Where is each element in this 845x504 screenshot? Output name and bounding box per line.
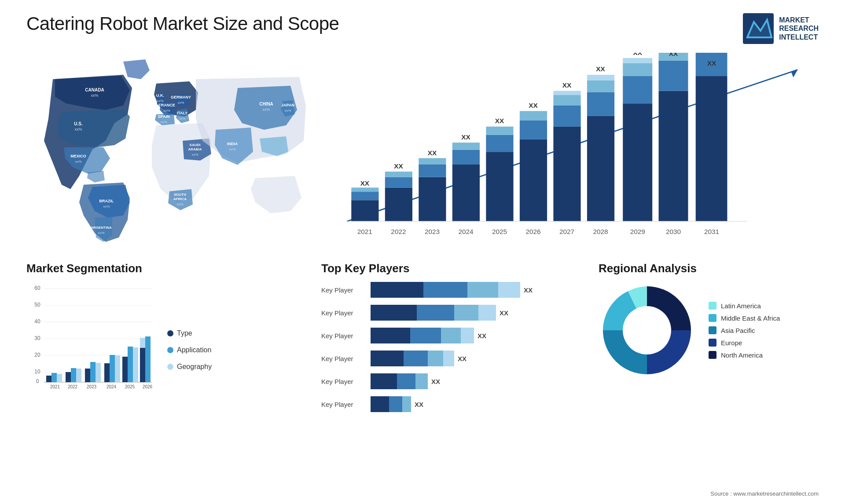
svg-text:10: 10 — [34, 369, 40, 375]
player-xx: XX — [415, 401, 423, 408]
svg-rect-50 — [419, 158, 446, 164]
legend-item-na: North America — [709, 351, 780, 359]
svg-rect-81 — [623, 76, 652, 103]
player-bar-dark — [371, 305, 417, 321]
svg-rect-69 — [553, 106, 580, 127]
player-xx: XX — [500, 309, 508, 317]
svg-rect-126 — [110, 355, 115, 382]
svg-text:JAPAN: JAPAN — [281, 103, 294, 107]
player-bar-light — [428, 351, 443, 366]
svg-text:2028: 2028 — [593, 228, 608, 235]
logo-line3: INTELLECT — [779, 33, 819, 41]
svg-text:2023: 2023 — [425, 228, 440, 235]
legend-item-latin: Latin America — [709, 302, 780, 310]
player-bar-mid — [404, 351, 428, 366]
svg-text:xx%: xx% — [157, 99, 163, 103]
svg-rect-53 — [452, 164, 480, 221]
legend-geography: Geography — [167, 363, 212, 371]
player-bar-dark — [371, 351, 404, 366]
svg-rect-135 — [140, 338, 145, 348]
svg-rect-40 — [351, 188, 378, 192]
svg-text:SOUTH: SOUTH — [174, 193, 186, 197]
player-label: Key Player — [321, 378, 365, 385]
svg-rect-130 — [128, 347, 133, 382]
svg-text:XX: XX — [461, 133, 470, 141]
player-label: Key Player — [321, 286, 365, 294]
svg-text:2026: 2026 — [525, 228, 540, 235]
svg-rect-133 — [140, 348, 145, 382]
svg-rect-122 — [90, 362, 96, 382]
logo-text: MARKET RESEARCH INTELLECT — [779, 16, 819, 41]
svg-text:50: 50 — [34, 302, 40, 308]
segmentation-svg: 60 50 40 30 20 10 0 — [26, 282, 158, 392]
svg-rect-68 — [553, 127, 580, 221]
svg-rect-48 — [419, 177, 446, 221]
player-row: Key Player XX — [321, 282, 577, 298]
svg-text:GERMANY: GERMANY — [171, 95, 191, 99]
legend-dot-application — [167, 347, 173, 353]
svg-rect-76 — [587, 80, 614, 92]
legend-item-europe: Europe — [709, 339, 780, 347]
svg-text:U.S.: U.S. — [74, 121, 83, 126]
legend-dot-geography — [167, 364, 173, 370]
legend-color-na — [709, 351, 716, 359]
svg-text:2027: 2027 — [559, 228, 574, 235]
legend-label-application: Application — [177, 346, 211, 354]
svg-text:2023: 2023 — [87, 384, 97, 389]
player-bar-lighter — [478, 305, 496, 321]
svg-rect-44 — [385, 177, 412, 188]
svg-text:ITALY: ITALY — [177, 111, 188, 115]
svg-rect-74 — [587, 116, 614, 221]
player-bar-lighter — [443, 351, 454, 366]
svg-text:CHINA: CHINA — [259, 102, 273, 106]
world-map-svg: CANADA xx% U.S. xx% MEXICO xx% BRAZIL xx… — [26, 53, 308, 255]
player-label: Key Player — [321, 355, 365, 362]
svg-text:2029: 2029 — [630, 228, 645, 235]
svg-rect-129 — [122, 357, 128, 382]
legend-label-latin: Latin America — [721, 302, 761, 310]
legend-label-type: Type — [177, 329, 192, 337]
svg-rect-75 — [587, 92, 614, 116]
svg-text:SPAIN: SPAIN — [158, 114, 170, 119]
legend-type: Type — [167, 329, 212, 337]
player-bar-container: XX — [371, 351, 577, 366]
player-bar-light — [454, 305, 478, 321]
header: Catering Robot Market Size and Scope MAR… — [26, 13, 819, 44]
svg-text:U.K.: U.K. — [156, 93, 164, 98]
player-bar-mid — [397, 373, 415, 389]
svg-marker-37 — [791, 70, 797, 77]
svg-rect-119 — [76, 369, 81, 382]
player-bar-container: XX — [371, 328, 577, 343]
player-bar-container: XX — [371, 373, 577, 389]
svg-rect-71 — [553, 91, 580, 95]
svg-text:BRAZIL: BRAZIL — [99, 199, 114, 203]
svg-rect-125 — [104, 363, 110, 382]
svg-rect-82 — [623, 63, 652, 76]
svg-text:xx%: xx% — [163, 109, 170, 113]
svg-text:SAUDI: SAUDI — [190, 143, 201, 147]
player-bar-mid — [389, 396, 402, 412]
regional-legend: Latin America Middle East & Africa Asia … — [709, 302, 780, 359]
player-bar-lighter — [461, 328, 474, 343]
svg-rect-113 — [46, 376, 51, 382]
logo-icon — [743, 13, 774, 44]
players-list: Key Player XX Key Player — [321, 282, 577, 412]
source-text: Source : www.marketresearchintellect.com — [710, 489, 819, 497]
svg-text:xx%: xx% — [103, 205, 110, 208]
player-bar-mid — [410, 328, 441, 343]
player-bar-dark — [371, 373, 397, 389]
svg-text:xx%: xx% — [191, 153, 198, 157]
svg-text:xx%: xx% — [98, 231, 104, 235]
svg-rect-45 — [385, 172, 412, 177]
svg-text:INDIA: INDIA — [227, 142, 238, 146]
svg-text:2030: 2030 — [666, 228, 681, 235]
svg-text:xx%: xx% — [179, 117, 185, 121]
player-xx: XX — [524, 286, 533, 294]
player-row: Key Player XX — [321, 305, 577, 321]
svg-point-137 — [623, 306, 671, 354]
player-bar-light — [402, 396, 411, 412]
svg-text:2021: 2021 — [357, 228, 372, 235]
svg-text:XX: XX — [669, 53, 678, 57]
svg-text:60: 60 — [34, 285, 40, 291]
svg-text:XX: XX — [360, 179, 370, 187]
